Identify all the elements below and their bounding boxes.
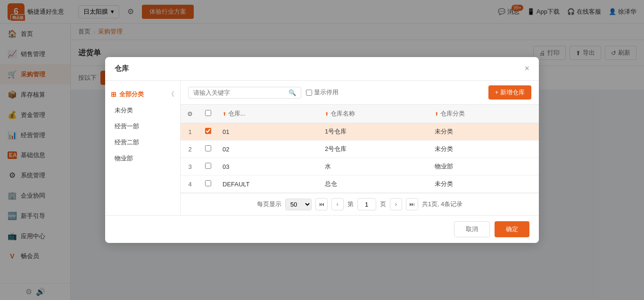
add-warehouse-button[interactable]: + 新增仓库 <box>488 85 531 100</box>
warehouse-tbody: 1 01 1号仓库 未分类 2 02 2号仓库 未分类 3 03 水 物业部 4 <box>181 123 539 193</box>
show-disabled-checkbox[interactable] <box>306 90 312 96</box>
modal-toolbar: 🔍 显示停用 + 新增仓库 <box>181 81 539 105</box>
page-size-label: 每页显示 <box>257 200 281 208</box>
modal-overlay: 仓库 × ⊞ 全部分类 《 未分类 经营一部 经营二部 <box>0 0 644 300</box>
page-label: 第 <box>347 200 354 208</box>
row-category: 未分类 <box>429 123 539 141</box>
ok-button[interactable]: 确定 <box>495 221 529 237</box>
th-checkbox <box>199 105 217 123</box>
row-num: 2 <box>181 141 199 158</box>
row-name: 总仓 <box>319 175 429 193</box>
row-checkbox[interactable] <box>205 145 211 151</box>
modal-close-button[interactable]: × <box>524 64 529 74</box>
all-category-label: 全部分类 <box>119 90 144 99</box>
th-name: ⬆ 仓库名称 <box>319 105 429 123</box>
row-num: 3 <box>181 158 199 175</box>
table-row[interactable]: 3 03 水 物业部 <box>181 158 539 175</box>
row-category: 未分类 <box>429 141 539 158</box>
modal-pagination: 每页显示 102050100 ⏮ ‹ 第 页 › ⏭ 共1页, 4条记录 <box>181 193 539 215</box>
row-checkbox-cell <box>199 175 217 193</box>
category-item-ops1[interactable]: 经营一部 <box>105 118 180 134</box>
search-box: 🔍 <box>188 87 301 99</box>
th-code-label: 仓库... <box>228 110 246 117</box>
category-item-uncategorized[interactable]: 未分类 <box>105 102 180 118</box>
all-category-item[interactable]: ⊞ 全部分类 《 <box>105 86 180 102</box>
category-label-2: 经营二部 <box>115 139 139 146</box>
search-input[interactable] <box>193 89 286 96</box>
warehouse-modal: 仓库 × ⊞ 全部分类 《 未分类 经营一部 经营二部 <box>105 57 539 243</box>
row-checkbox[interactable] <box>205 128 211 134</box>
category-item-property[interactable]: 物业部 <box>105 150 180 167</box>
last-page-btn[interactable]: ⏭ <box>406 198 418 210</box>
sort-icon-code: ⬆ <box>223 111 226 117</box>
table-row[interactable]: 1 01 1号仓库 未分类 <box>181 123 539 141</box>
row-category: 未分类 <box>429 175 539 193</box>
modal-body: ⊞ 全部分类 《 未分类 经营一部 经营二部 物业部 <box>105 81 539 215</box>
row-checkbox-cell <box>199 123 217 141</box>
search-icon: 🔍 <box>289 89 296 96</box>
row-checkbox-cell <box>199 141 217 158</box>
th-category-label: 仓库分类 <box>440 110 465 117</box>
collapse-button[interactable]: 《 <box>168 90 174 99</box>
category-label-3: 物业部 <box>115 155 133 162</box>
sort-icon-name: ⬆ <box>325 111 329 117</box>
select-all-checkbox[interactable] <box>205 110 211 116</box>
row-code: DEFAULT <box>217 175 319 193</box>
total-info: 共1页, 4条记录 <box>422 200 463 208</box>
page-input[interactable] <box>357 198 376 210</box>
category-item-ops2[interactable]: 经营二部 <box>105 134 180 150</box>
row-name: 2号仓库 <box>319 141 429 158</box>
category-label-1: 经营一部 <box>115 123 139 130</box>
row-name: 1号仓库 <box>319 123 429 141</box>
th-name-label: 仓库名称 <box>330 110 355 117</box>
grid-icon: ⊞ <box>111 91 116 98</box>
row-num: 4 <box>181 175 199 193</box>
settings-th-icon[interactable]: ⚙ <box>187 110 193 117</box>
first-page-btn[interactable]: ⏮ <box>315 198 328 210</box>
prev-page-btn[interactable]: ‹ <box>331 198 344 210</box>
modal-table-wrap: ⚙ ⬆ 仓库... ⬆ <box>181 105 539 193</box>
category-label-0: 未分类 <box>115 107 133 114</box>
category-panel: ⊞ 全部分类 《 未分类 经营一部 经营二部 物业部 <box>105 81 181 215</box>
th-category: ⬆ 仓库分类 <box>429 105 539 123</box>
modal-content-area: 🔍 显示停用 + 新增仓库 ⚙ <box>181 81 539 215</box>
row-code: 02 <box>217 141 319 158</box>
page-label2: 页 <box>380 200 386 208</box>
cancel-button[interactable]: 取消 <box>454 221 490 237</box>
row-code: 03 <box>217 158 319 175</box>
row-checkbox[interactable] <box>205 163 211 169</box>
modal-header: 仓库 × <box>105 57 539 81</box>
row-checkbox-cell <box>199 158 217 175</box>
table-header: ⚙ ⬆ 仓库... ⬆ <box>181 105 539 123</box>
page-size-select[interactable]: 102050100 <box>285 199 312 210</box>
show-disabled-label: 显示停用 <box>306 88 339 97</box>
show-disabled-text: 显示停用 <box>314 88 339 97</box>
row-num: 1 <box>181 123 199 141</box>
next-page-btn[interactable]: › <box>390 198 402 210</box>
sort-icon-category: ⬆ <box>435 111 438 117</box>
table-row[interactable]: 2 02 2号仓库 未分类 <box>181 141 539 158</box>
row-checkbox[interactable] <box>205 180 211 186</box>
warehouse-table: ⚙ ⬆ 仓库... ⬆ <box>181 105 539 193</box>
th-code: ⬆ 仓库... <box>217 105 319 123</box>
row-code: 01 <box>217 123 319 141</box>
table-row[interactable]: 4 DEFAULT 总仓 未分类 <box>181 175 539 193</box>
row-category: 物业部 <box>429 158 539 175</box>
modal-title: 仓库 <box>115 64 129 73</box>
th-settings: ⚙ <box>181 105 199 123</box>
row-name: 水 <box>319 158 429 175</box>
modal-footer: 取消 确定 <box>105 215 539 243</box>
